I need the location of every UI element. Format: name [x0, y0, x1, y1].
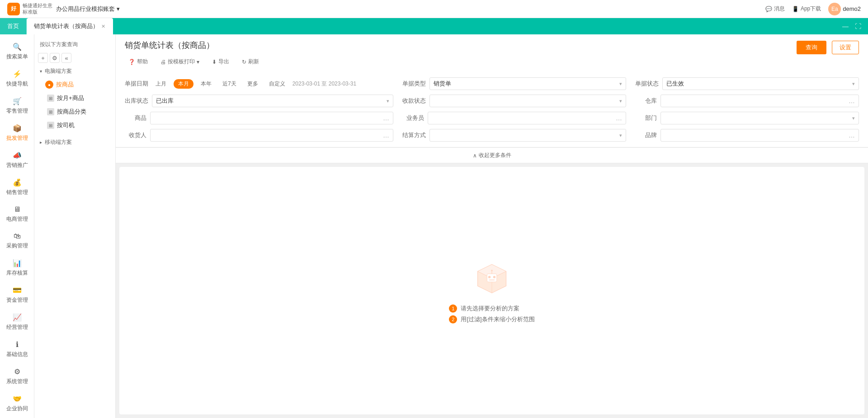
sidebar-item-finance[interactable]: 💳 资金管理 [0, 281, 34, 309]
filter-goods: 商品 … [125, 112, 393, 124]
more-icon: … [616, 114, 622, 122]
sidebar-item-purchase[interactable]: 🛍 采购管理 [0, 228, 34, 254]
collect-status-select[interactable]: ▾ [429, 95, 626, 107]
sidebar-section-mobile[interactable]: ▸ 移动端方案 [34, 136, 115, 149]
finance-icon: 💳 [13, 286, 22, 294]
download-icon: 📱 [792, 6, 799, 12]
child-icon: ⊞ [47, 95, 54, 102]
goods-select[interactable]: … [150, 112, 393, 124]
filter-out-status: 出库状态 已出库 ▾ [125, 95, 393, 107]
sidebar-item-system[interactable]: ⚙ 系统管理 [0, 363, 34, 390]
filter-doc-status: 单据状态 已生效 ▾ [635, 77, 859, 90]
ecommerce-icon: 🖥 [14, 205, 21, 214]
child-icon: ⊞ [47, 108, 54, 115]
sidebar-item-sales[interactable]: 💰 销售管理 [0, 174, 34, 201]
help-button[interactable]: ❓ 帮助 [125, 56, 151, 67]
date-more[interactable]: 更多 [244, 79, 262, 89]
sidebar-collapse-button[interactable]: « [61, 53, 71, 63]
chevron-down-icon: ▾ [387, 98, 389, 104]
doc-status-select[interactable]: 已生效 ▾ [662, 77, 859, 90]
sidebar-item-by-product[interactable]: ● 按商品 [34, 78, 115, 91]
sidebar-item-quicknav[interactable]: ⚡ 快捷导航 [0, 65, 34, 92]
child-icon: ⊞ [47, 122, 54, 129]
filter-settle: 结算方式 ▾ [402, 129, 626, 142]
tab-sales-stats[interactable]: 销货单统计表（按商品） ✕ [27, 18, 113, 34]
chevron-down-icon: ▾ [197, 59, 199, 65]
tabbar: 首页 销货单统计表（按商品） ✕ — ⛶ [0, 18, 868, 34]
chevron-down-icon: ▾ [619, 98, 622, 104]
filter-panel: 单据日期 上月 本月 本年 近7天 更多 自定义 2023-03-01 至 20… [116, 72, 868, 147]
dept-select[interactable]: ▾ [660, 112, 859, 124]
win-controls: — ⛶ [841, 22, 868, 31]
filter-row-1: 单据日期 上月 本月 本年 近7天 更多 自定义 2023-03-01 至 20… [125, 77, 859, 90]
filter-row-3: 商品 … 业务员 … 部门 [125, 112, 859, 124]
sidebar-item-by-category[interactable]: ⊞ 按商品分类 [34, 105, 115, 119]
salesman-select[interactable]: … [428, 112, 626, 124]
tab-home[interactable]: 首页 [0, 18, 27, 34]
more-icon: … [849, 97, 855, 104]
enterprise-icon: 🤝 [13, 394, 22, 403]
purchase-icon: 🛍 [14, 232, 21, 240]
date-this-year[interactable]: 本年 [197, 79, 215, 89]
refresh-button[interactable]: ↻ 刷新 [238, 56, 263, 67]
empty-hint-1: 1 请先选择要分析的方案 [449, 304, 534, 313]
settle-select[interactable]: ▾ [429, 129, 626, 142]
filter-row-2: 出库状态 已出库 ▾ 收款状态 ▾ 仓库 [125, 95, 859, 107]
sidebar-settings-button[interactable]: ⚙ [50, 53, 60, 63]
collapse-bar[interactable]: ∧ 收起更多条件 [116, 147, 868, 163]
chevron-down-icon: ▾ [619, 133, 622, 138]
sidebar-item-by-month-product[interactable]: ⊞ 按月+商品 [34, 91, 115, 105]
sidebar-search-row: + ⚙ « [34, 51, 115, 65]
avatar: Ea [828, 3, 841, 15]
date-7days[interactable]: 近7天 [219, 79, 240, 89]
app-selector[interactable]: 办公用品行业模拟账套 ▾ [56, 5, 120, 13]
receiver-select[interactable]: … [150, 129, 393, 142]
sidebar-wide: 按以下方案查询 + ⚙ « ▾ 电脑端方案 ● 按商品 ⊞ 按月+商品 ⊞ 按商… [34, 34, 116, 418]
date-custom[interactable]: 自定义 [265, 79, 289, 89]
system-icon: ⚙ [14, 367, 20, 376]
user-profile[interactable]: Ea demo2 [828, 3, 861, 15]
sidebar-add-button[interactable]: + [38, 53, 48, 63]
logo-area: 好 畅捷通好生意 标准版 [7, 3, 52, 15]
export-button[interactable]: ⬇ 导出 [208, 56, 233, 67]
sidebar-item-retail[interactable]: 🛒 零售管理 [0, 92, 34, 119]
sidebar-narrow: 🔍 搜索菜单 ⚡ 快捷导航 🛒 零售管理 📦 批发管理 📣 营销推广 💰 销售管… [0, 34, 34, 418]
sidebar-item-search[interactable]: 🔍 搜索菜单 [0, 38, 34, 65]
empty-illustration [472, 258, 512, 299]
chevron-down-icon: ▾ [40, 69, 42, 74]
filter-dept: 部门 ▾ [635, 112, 859, 124]
query-button[interactable]: 查询 [797, 41, 826, 54]
setting-button[interactable]: 设置 [832, 41, 859, 54]
brand-select[interactable]: … [660, 129, 859, 142]
print-icon: 🖨 [160, 59, 166, 65]
logo-icon: 好 [7, 3, 20, 15]
sales-icon: 💰 [13, 178, 22, 187]
hint-num-2: 2 [449, 315, 457, 323]
filter-collect-status: 收款状态 ▾ [402, 95, 626, 107]
sidebar-item-marketing[interactable]: 📣 营销推广 [0, 147, 34, 174]
out-status-select[interactable]: 已出库 ▾ [152, 95, 393, 107]
app-download-action[interactable]: 📱 App下载 [792, 5, 821, 13]
sidebar-item-basicinfo[interactable]: ℹ 基础信息 [0, 336, 34, 363]
date-last-month[interactable]: 上月 [152, 79, 170, 89]
sidebar-item-wholesale[interactable]: 📦 批发管理 [0, 119, 34, 147]
sidebar-item-enterprise[interactable]: 🤝 企业协同 [0, 390, 34, 417]
date-this-month[interactable]: 本月 [174, 79, 193, 89]
sidebar-item-operations[interactable]: 📈 经营管理 [0, 309, 34, 336]
tab-close-icon[interactable]: ✕ [101, 24, 105, 29]
message-action[interactable]: 💬 消息 [765, 5, 785, 13]
logo-text: 畅捷通好生意 标准版 [23, 3, 52, 14]
sidebar-item-ecommerce[interactable]: 🖥 电商管理 [0, 201, 34, 228]
sidebar-item-by-driver[interactable]: ⊞ 按司机 [34, 119, 115, 132]
minimize-button[interactable]: — [841, 22, 850, 31]
template-print-button[interactable]: 🖨 按模板打印 ▾ [157, 56, 203, 67]
filter-receiver: 收货人 … [125, 129, 393, 142]
wholesale-icon: 📦 [13, 124, 22, 133]
sidebar-item-inventory[interactable]: 📊 库存核算 [0, 254, 34, 281]
more-icon: … [849, 132, 855, 139]
doc-type-select[interactable]: 销货单 ▾ [429, 77, 626, 90]
sidebar-section-pc[interactable]: ▾ 电脑端方案 [34, 65, 115, 78]
warehouse-select[interactable]: … [660, 95, 859, 107]
maximize-button[interactable]: ⛶ [854, 22, 863, 31]
filter-brand: 品牌 … [635, 129, 859, 142]
